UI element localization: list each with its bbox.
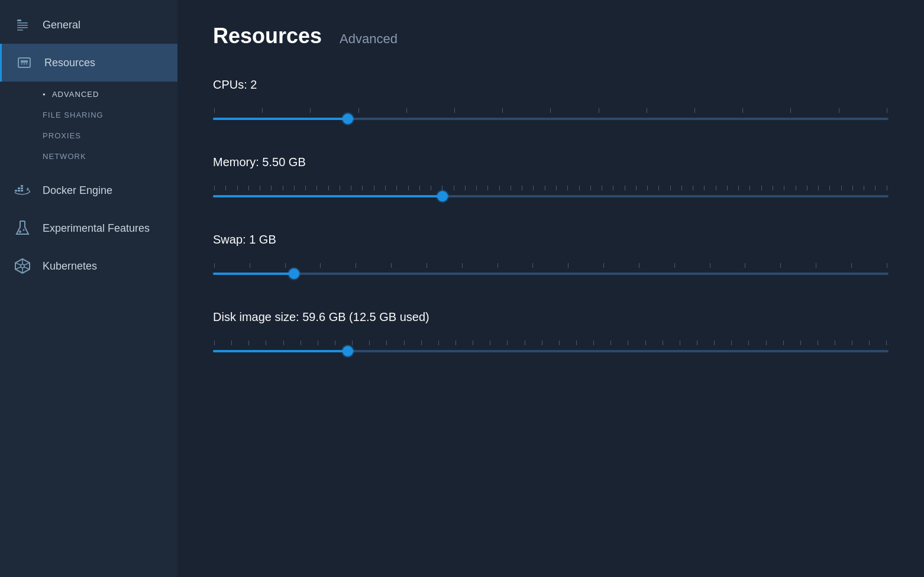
- swap-ticks: [213, 263, 889, 268]
- sidebar-subitems: ADVANCED FILE SHARING PROXIES NETWORK: [0, 82, 177, 171]
- sidebar-subitem-advanced[interactable]: ADVANCED: [43, 84, 177, 105]
- sidebar: General Resources ADVANCED FILE SHARING …: [0, 0, 177, 577]
- svg-line-26: [15, 263, 21, 265]
- svg-line-28: [24, 263, 30, 265]
- svg-rect-6: [21, 60, 23, 63]
- svg-point-21: [23, 229, 25, 231]
- memory-fill: [213, 195, 442, 197]
- kubernetes-icon: [14, 258, 31, 274]
- swap-label: Swap: 1 GB: [213, 233, 889, 247]
- flask-icon: [14, 220, 31, 236]
- general-icon: [14, 17, 31, 33]
- memory-slider[interactable]: [213, 180, 889, 203]
- cpus-thumb[interactable]: [343, 114, 353, 124]
- cpus-fill: [213, 118, 348, 120]
- svg-point-23: [21, 264, 24, 268]
- svg-rect-7: [23, 60, 25, 63]
- disk-label: Disk image size: 59.6 GB (12.5 GB used): [213, 310, 889, 324]
- main-content: Resources Advanced CPUs: 2 Memory: 5.50 …: [177, 0, 924, 577]
- svg-rect-10: [24, 63, 25, 64]
- resources-icon: [16, 54, 33, 71]
- docker-icon: [14, 182, 31, 199]
- svg-rect-9: [21, 63, 22, 64]
- disk-ticks: [213, 341, 889, 345]
- swap-section: Swap: 1 GB: [213, 233, 889, 281]
- swap-thumb[interactable]: [289, 268, 299, 279]
- sidebar-docker-label: Docker Engine: [43, 184, 112, 197]
- sidebar-item-experimental[interactable]: Experimental Features: [0, 209, 177, 247]
- cpus-label: CPUs: 2: [213, 78, 889, 92]
- sidebar-item-general[interactable]: General: [0, 6, 177, 44]
- svg-rect-3: [17, 27, 28, 28]
- svg-point-20: [19, 231, 21, 233]
- sidebar-subitem-network[interactable]: NETWORK: [43, 146, 177, 167]
- svg-rect-8: [25, 60, 28, 63]
- disk-fill: [213, 350, 348, 352]
- sidebar-item-resources[interactable]: Resources: [0, 44, 177, 82]
- page-header: Resources Advanced: [213, 24, 889, 48]
- disk-track: [213, 350, 889, 352]
- svg-line-29: [15, 267, 21, 270]
- swap-slider[interactable]: [213, 257, 889, 281]
- memory-ticks: [213, 186, 889, 190]
- disk-section: Disk image size: 59.6 GB (12.5 GB used): [213, 310, 889, 358]
- svg-rect-12: [15, 190, 17, 192]
- svg-rect-4: [17, 30, 23, 31]
- memory-thumb[interactable]: [437, 191, 448, 202]
- svg-rect-15: [18, 187, 20, 189]
- cpus-track: [213, 118, 889, 120]
- swap-fill: [213, 273, 294, 275]
- swap-track: [213, 273, 889, 275]
- sidebar-experimental-label: Experimental Features: [43, 222, 150, 235]
- sidebar-subitem-proxies[interactable]: PROXIES: [43, 125, 177, 146]
- memory-section: Memory: 5.50 GB: [213, 155, 889, 203]
- svg-rect-17: [21, 185, 23, 187]
- sidebar-subitem-file-sharing[interactable]: FILE SHARING: [43, 105, 177, 125]
- svg-rect-14: [21, 190, 23, 192]
- svg-rect-1: [17, 22, 28, 24]
- page-title: Resources: [213, 24, 322, 48]
- disk-slider[interactable]: [213, 335, 889, 358]
- memory-label: Memory: 5.50 GB: [213, 155, 889, 169]
- svg-rect-16: [21, 187, 23, 189]
- sidebar-kubernetes-label: Kubernetes: [43, 260, 97, 273]
- cpus-ticks: [213, 108, 889, 113]
- sidebar-general-label: General: [43, 19, 80, 31]
- sidebar-resources-label: Resources: [44, 57, 95, 69]
- memory-track: [213, 195, 889, 197]
- cpus-slider[interactable]: [213, 102, 889, 126]
- sidebar-item-kubernetes[interactable]: Kubernetes: [0, 247, 177, 285]
- svg-rect-0: [17, 20, 21, 21]
- tab-advanced[interactable]: Advanced: [340, 31, 398, 47]
- svg-rect-2: [17, 25, 28, 26]
- sidebar-item-docker-engine[interactable]: Docker Engine: [0, 171, 177, 209]
- svg-line-27: [24, 267, 30, 270]
- disk-thumb[interactable]: [343, 346, 353, 356]
- svg-point-18: [27, 188, 29, 190]
- svg-rect-11: [26, 63, 27, 64]
- cpus-section: CPUs: 2: [213, 78, 889, 126]
- svg-rect-13: [18, 190, 20, 192]
